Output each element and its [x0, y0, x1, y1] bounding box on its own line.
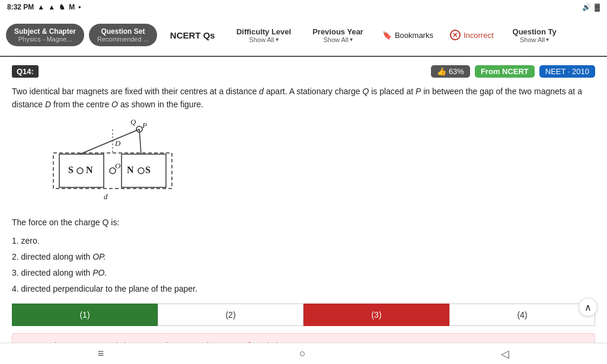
answer-btn-3[interactable]: (3)	[304, 304, 449, 326]
neet-badge: NEET · 2010	[539, 65, 595, 78]
svg-text:P: P	[142, 121, 147, 130]
feedback-text: We see that your answer is incorrect, Pl…	[22, 341, 290, 343]
svg-text:N: N	[127, 165, 134, 175]
previous-year-value: Show All ▾	[323, 36, 352, 43]
battery-icon: ▓	[595, 3, 600, 11]
option-3: 3. directed along with PO.	[12, 267, 595, 279]
option-2-num: 2.	[12, 252, 19, 261]
difficulty-filter[interactable]: Difficulty Level Show All ▾	[228, 25, 299, 46]
answer-btn-2[interactable]: (2)	[158, 304, 304, 326]
svg-text:S: S	[145, 165, 151, 175]
main-content: Q14: 👍 63% From NCERT NEET · 2010 Two id…	[0, 57, 607, 343]
svg-line-15	[139, 129, 141, 154]
option-4: 4. directed perpendicular to the plane o…	[12, 283, 595, 295]
thumbs-icon: 👍	[437, 67, 446, 76]
subject-chapter-pill[interactable]: Subject & Chapter Physics - Magne...	[6, 24, 84, 46]
question-number: Q14:	[12, 65, 39, 78]
subject-chapter-sub: Physics - Magne...	[14, 36, 76, 43]
bookmarks-button[interactable]: 🔖 Bookmarks	[376, 31, 439, 40]
time: 8:32 PM	[7, 3, 34, 11]
incorrect-label: Incorrect	[464, 31, 494, 40]
signal-icon: ▲	[37, 3, 44, 11]
previous-year-label: Previous Year	[312, 27, 363, 36]
top-nav: Subject & Chapter Physics - Magne... Que…	[0, 14, 607, 57]
svg-text:D: D	[114, 139, 121, 148]
option-4-text: directed perpendicular to the plane of t…	[21, 284, 197, 293]
svg-text:O: O	[115, 161, 121, 170]
svg-point-7	[138, 168, 144, 174]
svg-line-14	[80, 129, 139, 154]
svg-text:N: N	[86, 165, 93, 175]
previous-year-chevron: ▾	[350, 36, 353, 43]
option-1-num: 1.	[12, 236, 19, 245]
wifi-icon: ▲	[48, 3, 55, 11]
svg-text:S: S	[68, 165, 74, 175]
diagram-svg: S N N S O P Q D d	[12, 117, 213, 206]
scroll-up-icon: ∧	[584, 302, 592, 313]
option-3-num: 3.	[12, 268, 19, 277]
diagram-container: S N N S O P Q D d	[12, 117, 595, 206]
dot-icon: •	[78, 3, 81, 11]
question-set-sub: Recommended ...	[97, 36, 149, 43]
answer-btn-1[interactable]: (1)	[12, 304, 158, 326]
volume-icon: 🔊	[582, 3, 591, 11]
bottom-nav: ≡ ○ ◁	[0, 343, 607, 364]
incorrect-icon: ✕	[450, 30, 461, 40]
svg-rect-1	[59, 154, 104, 187]
question-meta: 👍 63% From NCERT NEET · 2010	[431, 65, 595, 78]
bookmarks-label: Bookmarks	[395, 31, 433, 40]
question-header: Q14: 👍 63% From NCERT NEET · 2010	[12, 65, 595, 78]
bookmark-icon: 🔖	[382, 31, 392, 40]
feedback-box: We see that your answer is incorrect, Pl…	[12, 333, 595, 343]
question-set-pill[interactable]: Question Set Recommended ...	[89, 24, 157, 46]
mail-icon: M	[69, 3, 75, 11]
force-question: The force on the charge Q is:	[12, 216, 595, 229]
difficulty-label: Difficulty Level	[237, 27, 291, 36]
scroll-up-button[interactable]: ∧	[579, 298, 598, 317]
difficulty-chevron: ▾	[276, 36, 279, 43]
previous-year-filter[interactable]: Previous Year Show All ▾	[304, 25, 372, 46]
incorrect-button[interactable]: ✕ Incorrect	[444, 30, 500, 40]
question-type-value: Show All ▾	[520, 36, 549, 43]
home-icon[interactable]: ○	[287, 347, 318, 360]
options-list: 1. zero. 2. directed along with OP. 3. d…	[12, 235, 595, 295]
status-bar-right: 🔊 ▓	[582, 3, 600, 11]
difficulty-value: Show All ▾	[249, 36, 278, 43]
question-type-chevron: ▾	[546, 36, 549, 43]
question-text: Two identical bar magnets are fixed with…	[12, 85, 595, 111]
thumbs-badge: 👍 63%	[431, 65, 470, 78]
option-2: 2. directed along with OP.	[12, 251, 595, 263]
chess-icon: ♞	[59, 3, 65, 11]
subject-chapter-title: Subject & Chapter	[14, 27, 76, 36]
answer-buttons: (1) (2) (3) (4)	[12, 304, 595, 326]
back-icon[interactable]: ◁	[489, 347, 521, 360]
option-1: 1. zero.	[12, 235, 595, 247]
ncert-qs-label[interactable]: NCERT Qs	[162, 30, 223, 40]
menu-icon[interactable]: ≡	[86, 347, 116, 360]
question-type-filter[interactable]: Question Ty Show All ▾	[504, 25, 565, 46]
ncert-badge: From NCERT	[475, 65, 535, 78]
question-set-title: Question Set	[97, 27, 149, 36]
option-4-num: 4.	[12, 284, 19, 293]
status-bar-left: 8:32 PM ▲ ▲ ♞ M •	[7, 3, 81, 11]
question-type-label: Question Ty	[513, 27, 557, 36]
svg-text:Q: Q	[130, 117, 136, 126]
svg-text:d: d	[104, 192, 108, 201]
answer-btn-4[interactable]: (4)	[449, 304, 595, 326]
svg-point-3	[77, 168, 83, 174]
option-1-text: zero.	[21, 236, 40, 245]
thumbs-percent: 63%	[449, 67, 464, 76]
status-bar: 8:32 PM ▲ ▲ ♞ M • 🔊 ▓	[0, 0, 607, 14]
